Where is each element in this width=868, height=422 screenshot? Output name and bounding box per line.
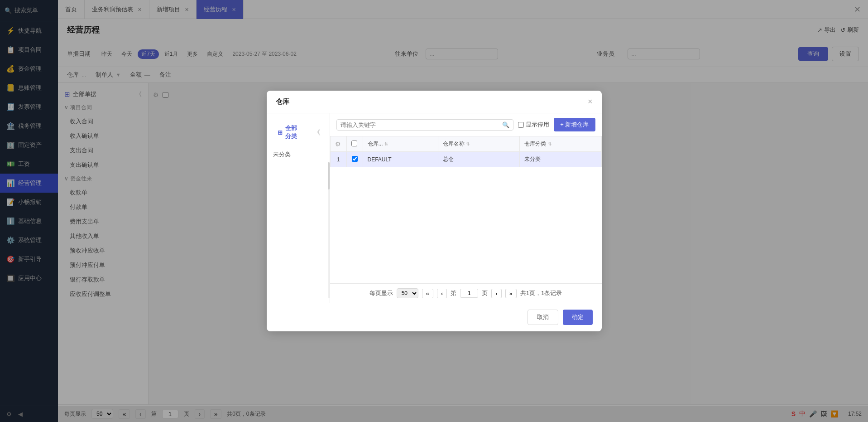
modal-all-category[interactable]: ⊞ 全部分类: [271, 121, 309, 144]
modal-search-input[interactable]: [340, 121, 500, 128]
confirm-btn[interactable]: 确定: [563, 310, 593, 325]
modal-per-page-label: 每页显示: [369, 289, 393, 297]
th-warehouse-code: 仓库... ⇅: [363, 136, 438, 152]
modal-table-wrap: ⚙ 仓库... ⇅ 仓库名称: [330, 136, 602, 283]
modal-close-btn[interactable]: ×: [588, 97, 593, 107]
warehouse-modal: 仓库 × ⊞ 全部分类 《 未分类: [267, 91, 602, 331]
table-row[interactable]: 1 DEFAULT 总仓 未分类: [330, 152, 601, 167]
modal-prev-btn[interactable]: ‹: [437, 289, 447, 298]
disabled-checkbox-input[interactable]: [518, 122, 524, 128]
th-warehouse-code-label: 仓库...: [368, 141, 383, 147]
cancel-btn[interactable]: 取消: [528, 310, 558, 325]
search-icon-modal: 🔍: [502, 121, 509, 128]
row-name: 总仓: [438, 152, 519, 167]
modal-last-btn[interactable]: »: [505, 289, 517, 298]
uncategorized-label: 未分类: [273, 150, 291, 159]
table-config-icon[interactable]: ⚙: [335, 141, 341, 148]
modal-page-input[interactable]: [460, 289, 478, 298]
modal-left-panel: ⊞ 全部分类 《 未分类: [267, 113, 330, 303]
th-warehouse-category: 仓库分类 ⇅: [520, 136, 601, 152]
modal-footer: 取消 确定: [267, 303, 602, 331]
row-category: 未分类: [520, 152, 601, 167]
th-warehouse-name-label: 仓库名称: [443, 141, 465, 147]
modal-search-box[interactable]: 🔍: [336, 119, 514, 131]
show-disabled-label: 显示停用: [526, 121, 549, 129]
sort-arrows-code[interactable]: ⇅: [384, 141, 388, 146]
modal-first-btn[interactable]: «: [422, 289, 433, 298]
show-disabled-checkbox[interactable]: 显示停用: [518, 121, 549, 129]
th-checkbox: [346, 136, 363, 152]
modal-right-panel: 🔍 显示停用 + 新增仓库 ⚙: [330, 113, 602, 303]
modal-pagination: 每页显示 50 « ‹ 第 页 › » 共1页，1条记录: [330, 283, 602, 303]
grid-icon-modal: ⊞: [278, 129, 283, 136]
modal-body: ⊞ 全部分类 《 未分类: [267, 113, 602, 303]
th-gear: ⚙: [330, 136, 346, 152]
modal-table-body: 1 DEFAULT 总仓 未分类: [330, 152, 601, 167]
modal-page-label: 第: [451, 289, 456, 297]
sort-arrows-category[interactable]: ⇅: [548, 141, 551, 146]
modal-per-page-select[interactable]: 50: [397, 288, 418, 298]
modal-select-all[interactable]: [351, 141, 357, 146]
modal-next-btn[interactable]: ›: [491, 289, 501, 298]
modal-uncategorized[interactable]: 未分类: [267, 147, 330, 162]
modal-title: 仓库: [276, 97, 289, 106]
modal-toolbar: 🔍 显示停用 + 新增仓库: [330, 113, 602, 136]
modal-header: 仓库 ×: [267, 91, 602, 113]
modal-total-info: 共1页，1条记录: [520, 289, 562, 297]
modal-left-collapse-btn[interactable]: 《: [309, 126, 325, 139]
row-gear: 1: [330, 152, 346, 167]
row-code: DEFAULT: [363, 152, 438, 167]
all-category-label: 全部分类: [285, 124, 302, 141]
modal-overlay[interactable]: 仓库 × ⊞ 全部分类 《 未分类: [0, 0, 868, 422]
th-warehouse-category-label: 仓库分类: [524, 141, 546, 147]
row-checkbox[interactable]: [346, 152, 363, 167]
th-warehouse-name: 仓库名称 ⇅: [438, 136, 519, 152]
modal-page-suffix: 页: [482, 289, 488, 297]
add-warehouse-btn[interactable]: + 新增仓库: [554, 118, 595, 131]
modal-table: ⚙ 仓库... ⇅ 仓库名称: [330, 136, 602, 167]
sort-arrows-name[interactable]: ⇅: [466, 141, 470, 146]
